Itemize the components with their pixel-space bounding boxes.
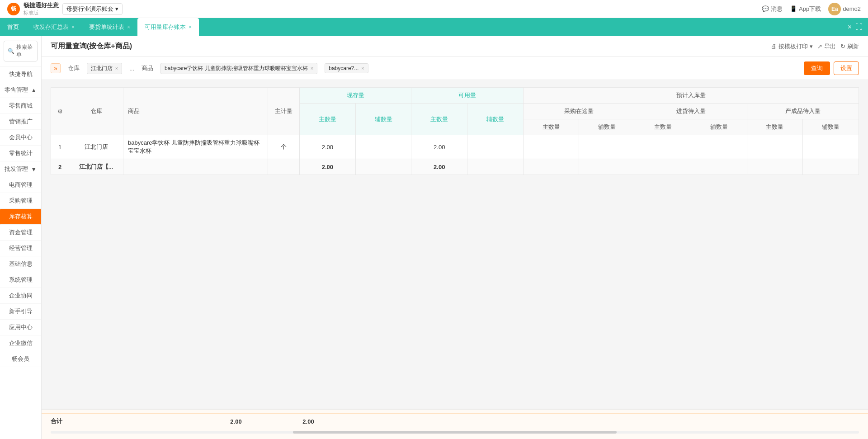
- row-stock-main-2: 2.00: [300, 159, 356, 175]
- tab-bar: 首页 收发存汇总表 × 要货单统计表 × 可用量库存账本 × × ⛶: [0, 18, 868, 36]
- warehouse-more[interactable]: ...: [129, 65, 134, 72]
- avatar: Ea: [828, 3, 841, 15]
- scrollbar-track: [51, 431, 859, 434]
- sidebar-item-ecommerce[interactable]: 电商管理: [0, 177, 41, 193]
- refresh-btn[interactable]: ↻ 刷新: [840, 42, 859, 51]
- tab-receive[interactable]: 收发存汇总表 ×: [26, 18, 82, 36]
- th-stock-aux: 辅数量: [355, 104, 411, 135]
- row-incoming-aux-2: [691, 159, 747, 175]
- table-row-group: 2 江北门店【... 2.00 2.00: [51, 159, 859, 175]
- message-icon: 💬: [762, 5, 769, 12]
- sidebar-item-quick-nav[interactable]: 快捷导航: [0, 66, 41, 82]
- tab-close-available[interactable]: ×: [189, 24, 192, 30]
- th-warehouse: 仓库: [69, 88, 123, 135]
- sidebar-item-wechat[interactable]: 企业微信: [0, 335, 41, 351]
- sidebar-item-retail-shop[interactable]: 零售商城: [0, 98, 41, 114]
- th-unit: 主计量: [268, 88, 300, 135]
- warehouse-tag: 江北门店 ×: [87, 63, 122, 74]
- brand-logo: 畅: [7, 3, 20, 15]
- chevron-down-icon: ▾: [810, 43, 813, 50]
- scrollbar-area[interactable]: [42, 429, 868, 435]
- th-production-group: 产成品待入量: [747, 104, 859, 119]
- row-production-main-1: [747, 135, 803, 159]
- chevron-icon: ▲: [31, 87, 37, 94]
- tab-home[interactable]: 首页: [0, 18, 26, 36]
- content-area: 可用量查询(按仓库+商品) 🖨 按模板打印 ▾ ↗ 导出 ↻ 刷新 »: [42, 36, 868, 439]
- query-btn[interactable]: 查询: [804, 61, 830, 75]
- search-icon: 🔍: [8, 48, 14, 54]
- export-icon: ↗: [817, 43, 822, 50]
- row-stock-aux-1: [355, 135, 411, 159]
- message-btn[interactable]: 💬 消息: [762, 5, 783, 13]
- row-avail-main-1: 2.00: [411, 135, 467, 159]
- sidebar-item-system[interactable]: 系统管理: [0, 272, 41, 288]
- user-profile[interactable]: Ea demo2: [828, 3, 861, 15]
- sidebar-item-inventory[interactable]: 库存核算: [0, 209, 41, 225]
- row-purchase-main-1: [523, 135, 579, 159]
- sidebar-item-marketing[interactable]: 营销推广: [0, 114, 41, 130]
- th-product: 商品: [123, 88, 268, 135]
- chevron-down-icon: ▾: [115, 5, 118, 12]
- sidebar-item-finance[interactable]: 资金管理: [0, 225, 41, 241]
- th-planned-group: 预计入库量: [523, 88, 859, 104]
- product-tag-1-close[interactable]: ×: [311, 66, 313, 71]
- row-production-aux-1: [803, 135, 859, 159]
- row-stock-aux-2: [355, 159, 411, 175]
- sidebar-item-vip[interactable]: 畅会员: [0, 351, 41, 367]
- tab-close-order[interactable]: ×: [127, 24, 130, 30]
- sidebar-item-basic[interactable]: 基础信息: [0, 256, 41, 272]
- app-download-btn[interactable]: 📱 App下载: [790, 5, 821, 13]
- th-stock-main: 主数量: [300, 104, 356, 135]
- th-purchase-aux: 辅数量: [579, 119, 635, 135]
- row-incoming-main-2: [635, 159, 691, 175]
- brand-sub: 标准版: [24, 9, 59, 16]
- sidebar-item-retail-stats[interactable]: 零售统计: [0, 146, 41, 161]
- tab-order[interactable]: 要货单统计表 ×: [82, 18, 137, 36]
- settings-btn[interactable]: 设置: [834, 61, 859, 75]
- warehouse-tag-close[interactable]: ×: [115, 66, 118, 71]
- row-unit-1: 个: [268, 135, 300, 159]
- footer-label: 合计: [51, 417, 186, 425]
- sidebar-item-wholesale[interactable]: 批发管理 ▼: [0, 161, 41, 177]
- row-avail-main-2: 2.00: [411, 159, 467, 175]
- table-footer: 合计 2.00 2.00: [42, 409, 868, 439]
- sidebar-item-operation[interactable]: 经营管理: [0, 241, 41, 256]
- sidebar-item-member[interactable]: 会员中心: [0, 130, 41, 146]
- th-gear: ⚙: [51, 88, 69, 135]
- row-incoming-aux-1: [691, 135, 747, 159]
- row-product-1: babycare学饮杯 儿童防摔防撞吸管杯重力球吸嘴杯宝宝水杯: [123, 135, 268, 159]
- th-purchase-main: 主数量: [523, 119, 579, 135]
- search-menu-btn[interactable]: 🔍 搜索菜单: [4, 41, 38, 61]
- print-btn[interactable]: 🖨 按模板打印 ▾: [771, 42, 813, 51]
- sidebar-item-guide[interactable]: 新手引导: [0, 304, 41, 320]
- fullscreen-icon[interactable]: ⛶: [855, 23, 863, 31]
- tab-close-receive[interactable]: ×: [71, 24, 75, 30]
- row-warehouse-2: 江北门店【...: [69, 159, 123, 175]
- top-bar: 畅 畅捷通好生意 标准版 母婴行业演示账套 ▾ 💬 消息 📱 App下载 Ea …: [0, 0, 868, 18]
- product-tag-2-close[interactable]: ×: [361, 66, 364, 71]
- row-warehouse-1: 江北门店: [69, 135, 123, 159]
- th-incoming-aux: 辅数量: [691, 119, 747, 135]
- tab-available[interactable]: 可用量库存账本 ×: [137, 18, 199, 36]
- th-available-main: 主数量: [411, 104, 467, 135]
- footer-available-main: 2.00: [290, 418, 326, 425]
- row-purchase-aux-1: [579, 135, 635, 159]
- sidebar-item-enterprise[interactable]: 企业协同: [0, 288, 41, 304]
- product-tag-2: babycare?... ×: [325, 63, 368, 73]
- sidebar-item-apps[interactable]: 应用中心: [0, 320, 41, 335]
- tab-close-all[interactable]: ×: [848, 23, 852, 31]
- account-selector[interactable]: 母婴行业演示账套 ▾: [62, 3, 123, 15]
- content-header: 可用量查询(按仓库+商品) 🖨 按模板打印 ▾ ↗ 导出 ↻ 刷新: [42, 36, 868, 57]
- row-purchase-main-2: [523, 159, 579, 175]
- th-production-aux: 辅数量: [803, 119, 859, 135]
- export-btn[interactable]: ↗ 导出: [817, 42, 836, 51]
- sidebar-item-purchase[interactable]: 采购管理: [0, 193, 41, 209]
- filter-expand-btn[interactable]: »: [51, 63, 61, 73]
- warehouse-label: 仓库: [68, 64, 80, 72]
- th-incoming-group: 进货待入量: [635, 104, 747, 119]
- scrollbar-thumb[interactable]: [293, 431, 616, 434]
- phone-icon: 📱: [790, 5, 797, 12]
- table-wrapper: ⚙ 仓库 商品 主计量 现存量 可用量 预计入库量 主数量 辅数量: [42, 80, 868, 409]
- filter-actions: 查询 设置: [804, 61, 859, 75]
- sidebar-item-retail[interactable]: 零售管理 ▲: [0, 82, 41, 98]
